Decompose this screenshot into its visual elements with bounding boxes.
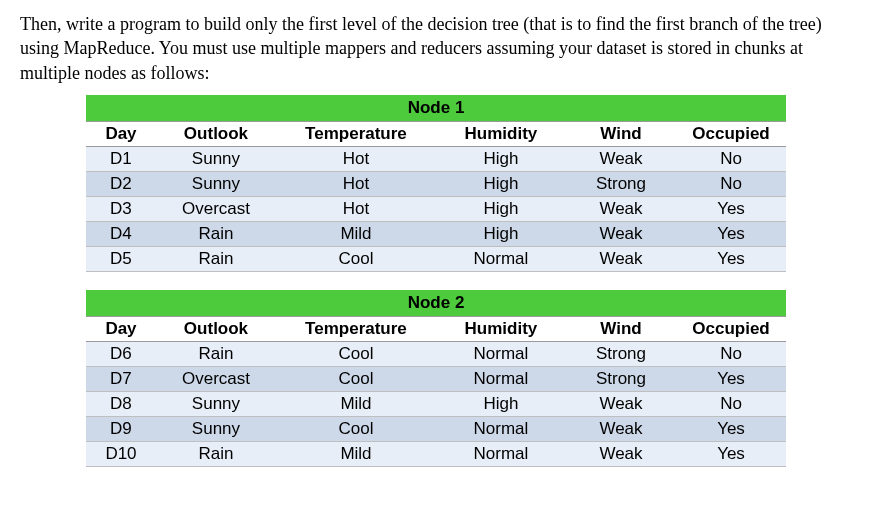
cell-temp: Cool <box>276 246 436 271</box>
cell-temp: Hot <box>276 171 436 196</box>
cell-day: D10 <box>86 441 156 466</box>
table-row: D2 Sunny Hot High Strong No <box>86 171 786 196</box>
cell-humidity: High <box>436 171 566 196</box>
node1-title-row: Node 1 <box>86 95 786 122</box>
col-humidity: Humidity <box>436 316 566 341</box>
cell-occupied: No <box>676 171 786 196</box>
cell-temp: Hot <box>276 196 436 221</box>
cell-temp: Cool <box>276 416 436 441</box>
cell-occupied: No <box>676 391 786 416</box>
cell-occupied: Yes <box>676 366 786 391</box>
cell-outlook: Sunny <box>156 171 276 196</box>
cell-day: D9 <box>86 416 156 441</box>
node1-header-row: Day Outlook Temperature Humidity Wind Oc… <box>86 121 786 146</box>
table-row: D1 Sunny Hot High Weak No <box>86 146 786 171</box>
tables-area: Node 1 Day Outlook Temperature Humidity … <box>20 95 852 467</box>
cell-temp: Mild <box>276 221 436 246</box>
cell-temp: Cool <box>276 341 436 366</box>
col-humidity: Humidity <box>436 121 566 146</box>
cell-temp: Mild <box>276 441 436 466</box>
cell-occupied: Yes <box>676 221 786 246</box>
cell-humidity: High <box>436 391 566 416</box>
cell-wind: Weak <box>566 416 676 441</box>
node1-title: Node 1 <box>86 95 786 122</box>
cell-occupied: Yes <box>676 416 786 441</box>
cell-occupied: Yes <box>676 246 786 271</box>
table-row: D7 Overcast Cool Normal Strong Yes <box>86 366 786 391</box>
cell-wind: Strong <box>566 366 676 391</box>
cell-outlook: Rain <box>156 221 276 246</box>
col-day: Day <box>86 316 156 341</box>
cell-day: D3 <box>86 196 156 221</box>
cell-outlook: Sunny <box>156 416 276 441</box>
cell-humidity: High <box>436 146 566 171</box>
col-wind: Wind <box>566 121 676 146</box>
cell-occupied: Yes <box>676 196 786 221</box>
table-row: D4 Rain Mild High Weak Yes <box>86 221 786 246</box>
cell-humidity: Normal <box>436 246 566 271</box>
cell-outlook: Overcast <box>156 196 276 221</box>
cell-wind: Weak <box>566 441 676 466</box>
col-occupied: Occupied <box>676 316 786 341</box>
col-occupied: Occupied <box>676 121 786 146</box>
cell-outlook: Overcast <box>156 366 276 391</box>
node2-title-row: Node 2 <box>86 290 786 317</box>
table-row: D9 Sunny Cool Normal Weak Yes <box>86 416 786 441</box>
cell-humidity: High <box>436 196 566 221</box>
cell-humidity: High <box>436 221 566 246</box>
cell-day: D7 <box>86 366 156 391</box>
col-day: Day <box>86 121 156 146</box>
col-temp: Temperature <box>276 121 436 146</box>
cell-temp: Mild <box>276 391 436 416</box>
cell-humidity: Normal <box>436 341 566 366</box>
node2-table: Node 2 Day Outlook Temperature Humidity … <box>86 290 786 467</box>
cell-occupied: No <box>676 341 786 366</box>
cell-humidity: Normal <box>436 416 566 441</box>
cell-day: D5 <box>86 246 156 271</box>
cell-outlook: Sunny <box>156 391 276 416</box>
cell-wind: Weak <box>566 196 676 221</box>
cell-temp: Cool <box>276 366 436 391</box>
cell-humidity: Normal <box>436 366 566 391</box>
cell-wind: Weak <box>566 221 676 246</box>
cell-occupied: Yes <box>676 441 786 466</box>
cell-day: D8 <box>86 391 156 416</box>
node2-title: Node 2 <box>86 290 786 317</box>
cell-occupied: No <box>676 146 786 171</box>
instruction-text: Then, write a program to build only the … <box>20 12 852 85</box>
cell-day: D2 <box>86 171 156 196</box>
table-row: D3 Overcast Hot High Weak Yes <box>86 196 786 221</box>
table-row: D10 Rain Mild Normal Weak Yes <box>86 441 786 466</box>
col-outlook: Outlook <box>156 121 276 146</box>
col-wind: Wind <box>566 316 676 341</box>
cell-outlook: Rain <box>156 341 276 366</box>
cell-wind: Weak <box>566 246 676 271</box>
table-row: D6 Rain Cool Normal Strong No <box>86 341 786 366</box>
cell-day: D6 <box>86 341 156 366</box>
cell-wind: Weak <box>566 391 676 416</box>
cell-day: D4 <box>86 221 156 246</box>
col-outlook: Outlook <box>156 316 276 341</box>
cell-outlook: Sunny <box>156 146 276 171</box>
table-row: D8 Sunny Mild High Weak No <box>86 391 786 416</box>
node2-header-row: Day Outlook Temperature Humidity Wind Oc… <box>86 316 786 341</box>
node1-table: Node 1 Day Outlook Temperature Humidity … <box>86 95 786 272</box>
cell-outlook: Rain <box>156 246 276 271</box>
col-temp: Temperature <box>276 316 436 341</box>
cell-wind: Weak <box>566 146 676 171</box>
cell-humidity: Normal <box>436 441 566 466</box>
cell-wind: Strong <box>566 171 676 196</box>
cell-wind: Strong <box>566 341 676 366</box>
table-row: D5 Rain Cool Normal Weak Yes <box>86 246 786 271</box>
cell-day: D1 <box>86 146 156 171</box>
cell-outlook: Rain <box>156 441 276 466</box>
cell-temp: Hot <box>276 146 436 171</box>
